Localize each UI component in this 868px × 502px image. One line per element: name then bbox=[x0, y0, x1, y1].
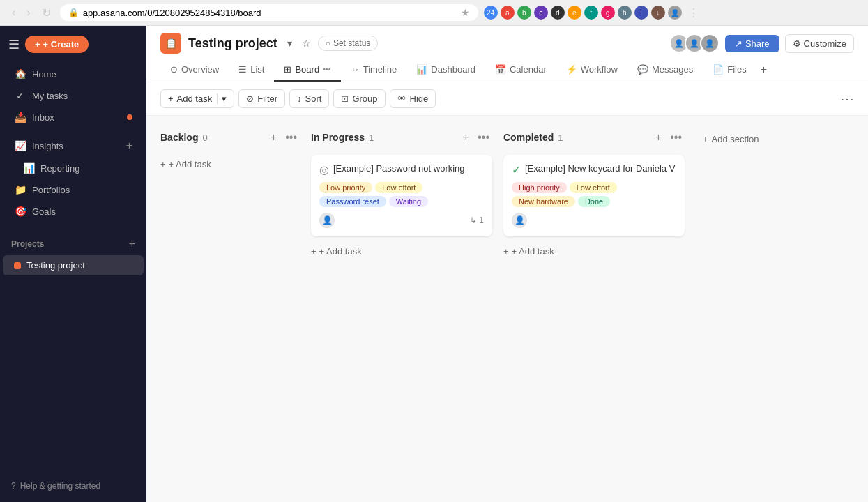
completed-column-actions: + ••• bbox=[653, 130, 685, 145]
customize-button[interactable]: ⚙ Customize bbox=[785, 34, 854, 53]
address-bar[interactable]: 🔒 ★ bbox=[60, 4, 478, 21]
sidebar: ☰ + + Create 🏠 Home ✓ My tasks 📥 Inbox bbox=[0, 26, 146, 502]
tag-low-effort-2: Low effort bbox=[570, 182, 617, 193]
project-title: Testing project bbox=[188, 36, 277, 51]
in-progress-column-header: In Progress 1 + ••• bbox=[311, 127, 492, 148]
dropdown-button[interactable]: ▾ bbox=[284, 36, 295, 50]
tab-timeline[interactable]: ↔ Timeline bbox=[341, 59, 407, 82]
task-2-footer: 👤 bbox=[512, 213, 676, 228]
task-1-assignee: 👤 bbox=[319, 213, 335, 228]
ext-icon-6: e bbox=[568, 6, 581, 20]
sidebar-item-insights[interactable]: 📈 Insights + bbox=[3, 135, 144, 157]
completed-add-task-button[interactable]: + + Add task bbox=[503, 242, 685, 261]
help-button[interactable]: ? Help & getting started bbox=[0, 476, 146, 496]
backlog-add-button[interactable]: + bbox=[268, 130, 280, 145]
group-icon: ⊡ bbox=[341, 93, 349, 104]
sidebar-navigation: 🏠 Home ✓ My tasks 📥 Inbox 📈 Insights + 📊… bbox=[0, 57, 146, 282]
task-2-check-icon[interactable]: ✓ bbox=[512, 163, 521, 176]
tab-messages[interactable]: 💬 Messages bbox=[627, 59, 703, 82]
sidebar-item-inbox[interactable]: 📥 Inbox bbox=[3, 107, 144, 128]
hamburger-button[interactable]: ☰ bbox=[8, 37, 20, 52]
lock-icon: 🔒 bbox=[68, 8, 79, 17]
profile-icon[interactable]: 👤 bbox=[668, 6, 682, 20]
tab-files[interactable]: 📄 Files bbox=[703, 59, 756, 82]
in-progress-more-button[interactable]: ••• bbox=[475, 130, 492, 145]
create-button[interactable]: + + Create bbox=[25, 36, 89, 53]
task-1-check-icon[interactable]: ◎ bbox=[319, 163, 329, 176]
ext-icon-4: c bbox=[534, 6, 548, 20]
plus-icon: + bbox=[311, 246, 317, 257]
ext-icon-8: g bbox=[601, 6, 615, 20]
ext-icon-1: 24 bbox=[484, 6, 498, 20]
share-button[interactable]: ↗ Share bbox=[725, 35, 779, 52]
backlog-add-task-button[interactable]: + + Add task bbox=[160, 155, 300, 174]
sidebar-item-goals[interactable]: 🎯 Goals bbox=[3, 201, 144, 222]
more-options-button[interactable]: ⋯ bbox=[840, 91, 854, 107]
tag-low-priority: Low priority bbox=[319, 182, 372, 193]
backlog-more-button[interactable]: ••• bbox=[282, 130, 300, 145]
task-card-1[interactable]: ◎ [Example] Password not working Low pri… bbox=[311, 155, 492, 236]
filter-icon: ⊘ bbox=[246, 93, 254, 104]
in-progress-add-task-button[interactable]: + + Add task bbox=[311, 242, 492, 261]
sidebar-item-testing-project[interactable]: Testing project bbox=[3, 255, 144, 275]
sort-button[interactable]: ↕ Sort bbox=[289, 89, 329, 108]
plus-icon: + bbox=[35, 39, 40, 50]
forward-button[interactable]: › bbox=[23, 5, 33, 20]
completed-more-button[interactable]: ••• bbox=[667, 130, 685, 145]
add-tab-button[interactable]: + bbox=[756, 58, 771, 82]
sidebar-item-home[interactable]: 🏠 Home bbox=[3, 63, 144, 84]
tab-workflow[interactable]: ⚡ Workflow bbox=[556, 59, 627, 82]
projects-add-button[interactable]: + bbox=[129, 238, 135, 250]
messages-icon: 💬 bbox=[637, 64, 648, 75]
completed-title: Completed bbox=[503, 132, 554, 143]
add-task-button[interactable]: + Add task ▾ bbox=[160, 89, 234, 108]
browser-chrome: ‹ › ↻ 🔒 ★ 24 a b c d e f g h i ↓ 👤 ⋮ bbox=[0, 0, 868, 26]
check-icon: ✓ bbox=[14, 90, 26, 101]
add-section-button[interactable]: + Add section bbox=[696, 130, 766, 149]
tab-list[interactable]: ☰ List bbox=[229, 59, 274, 82]
hide-icon: 👁 bbox=[397, 93, 406, 104]
tab-dashboard[interactable]: 📊 Dashboard bbox=[406, 59, 485, 82]
url-input[interactable] bbox=[83, 8, 457, 18]
sidebar-item-portfolios[interactable]: 📁 Portfolios bbox=[3, 179, 144, 200]
sidebar-item-reporting[interactable]: 📊 Reporting bbox=[3, 158, 144, 178]
subtask-icon: ↳ bbox=[470, 215, 477, 225]
hide-button[interactable]: 👁 Hide bbox=[390, 89, 436, 108]
filter-button[interactable]: ⊘ Filter bbox=[238, 89, 285, 108]
project-title-row: 📋 Testing project ▾ ☆ ○ Set status 👤 👤 👤 bbox=[160, 33, 854, 58]
plus-icon: + bbox=[168, 93, 174, 104]
sidebar-top: ☰ + + Create bbox=[0, 31, 146, 57]
board-area: Backlog 0 + ••• + + Add task In Progress… bbox=[146, 116, 868, 502]
set-status-button[interactable]: ○ Set status bbox=[318, 36, 379, 51]
insights-icon: 📈 bbox=[14, 140, 26, 151]
backlog-count: 0 bbox=[202, 132, 207, 143]
ext-icon-11: ↓ bbox=[651, 6, 665, 20]
calendar-icon: 📅 bbox=[495, 64, 506, 75]
completed-column-header: Completed 1 + ••• bbox=[503, 127, 685, 148]
reload-button[interactable]: ↻ bbox=[38, 5, 54, 21]
task-2-assignee: 👤 bbox=[512, 213, 527, 228]
tab-overview[interactable]: ⊙ Overview bbox=[160, 59, 229, 82]
browser-extensions: 24 a b c d e f g h i ↓ 👤 ⋮ bbox=[484, 5, 703, 21]
ext-icon-10: i bbox=[634, 6, 648, 20]
completed-add-button[interactable]: + bbox=[653, 130, 664, 145]
tab-board[interactable]: ⊞ Board ••• bbox=[274, 59, 340, 82]
reporting-icon: 📊 bbox=[22, 162, 35, 174]
tab-calendar[interactable]: 📅 Calendar bbox=[485, 59, 556, 82]
overview-icon: ⊙ bbox=[170, 64, 178, 75]
caret-icon: ▾ bbox=[217, 93, 227, 104]
backlog-title: Backlog bbox=[160, 132, 198, 143]
help-icon: ? bbox=[11, 481, 16, 491]
task-2-tags: High priority Low effort New hardware Do… bbox=[512, 182, 676, 207]
group-button[interactable]: ⊡ Group bbox=[333, 89, 385, 108]
in-progress-add-button[interactable]: + bbox=[460, 130, 472, 145]
back-button[interactable]: ‹ bbox=[8, 5, 19, 20]
sidebar-item-my-tasks[interactable]: ✓ My tasks bbox=[3, 85, 144, 106]
project-tabs: ⊙ Overview ☰ List ⊞ Board ••• ↔ Timeline bbox=[160, 58, 854, 82]
tag-high-priority: High priority bbox=[512, 182, 567, 193]
dashboard-icon: 📊 bbox=[416, 64, 427, 75]
menu-button[interactable]: ⋮ bbox=[685, 5, 703, 21]
star-button[interactable]: ☆ bbox=[299, 36, 314, 50]
insights-add-button[interactable]: + bbox=[126, 139, 132, 152]
task-card-2[interactable]: ✓ [Example] New keycard for Daniela V Hi… bbox=[503, 155, 685, 236]
